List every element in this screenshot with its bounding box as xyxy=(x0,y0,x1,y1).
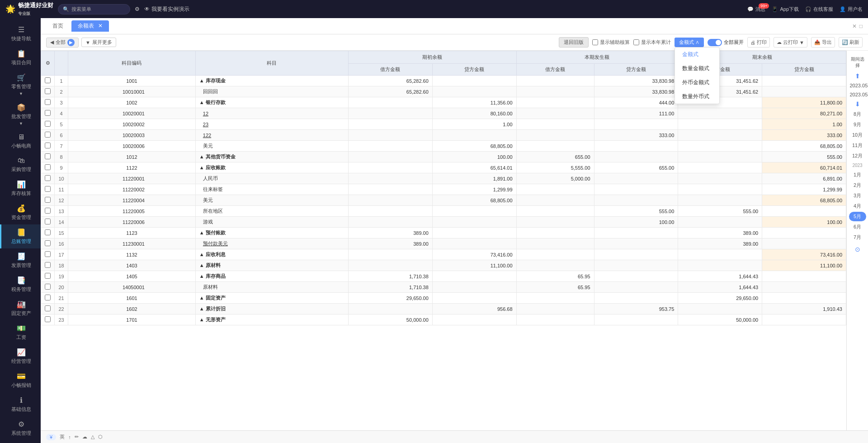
currency-status[interactable]: ¥ xyxy=(46,434,56,440)
message-btn[interactable]: 💬 消息 99+ xyxy=(747,6,765,13)
row-checkbox[interactable] xyxy=(41,86,55,97)
search-bar[interactable]: 🔍 搜索菜单 xyxy=(58,4,130,14)
row-checkbox[interactable] xyxy=(41,260,55,271)
app-download-btn[interactable]: 📱 App下载 xyxy=(772,6,799,13)
show-year-cumul-label[interactable]: 显示本年累计 xyxy=(633,39,671,46)
row-checkbox[interactable] xyxy=(41,97,55,108)
sidebar-item-enterprise-coop[interactable]: 🤝 企业协同 xyxy=(0,440,41,443)
period-nav-down[interactable]: ⬇ xyxy=(854,100,861,109)
sidebar-item-system-mgmt[interactable]: ⚙ 系统管理 xyxy=(0,416,41,440)
period-item-8[interactable]: 8月 xyxy=(849,110,866,119)
breadcrumb-tag[interactable]: ◀ 全部 ▶ xyxy=(46,38,79,48)
row-checkbox[interactable] xyxy=(41,206,55,217)
cloud-print-icon: ☁ xyxy=(777,39,782,45)
show-year-cumul-checkbox[interactable] xyxy=(633,39,639,45)
account-code: 10020001 xyxy=(68,108,196,119)
row-checkbox[interactable] xyxy=(41,217,55,228)
row-checkbox[interactable] xyxy=(41,162,55,173)
sidebar-item-wholesale-mgmt[interactable]: 📦 批发管理 ▼ xyxy=(0,100,41,129)
cloud-print-btn[interactable]: ☁ 云打印 ▼ xyxy=(774,37,807,48)
sidebar-item-operations-mgmt[interactable]: 📈 经营管理 xyxy=(0,344,41,368)
sidebar-item-purchase-mgmt[interactable]: 🛍 采购管理 xyxy=(0,153,41,176)
breadcrumb-label: 全部 xyxy=(56,39,66,46)
row-checkbox[interactable] xyxy=(41,238,55,249)
sidebar-item-tax-mgmt[interactable]: 📑 税务管理 xyxy=(0,272,41,296)
row-checkbox[interactable] xyxy=(41,249,55,260)
sidebar-item-inventory-check[interactable]: 📊 库存核算 xyxy=(0,176,41,200)
row-checkbox[interactable] xyxy=(41,314,55,325)
row-checkbox[interactable] xyxy=(41,293,55,304)
top-settings-icon[interactable]: ⚙ xyxy=(135,6,140,12)
curr-debit xyxy=(516,217,594,228)
tab-home[interactable]: 首页 xyxy=(46,20,70,32)
row-checkbox[interactable] xyxy=(41,304,55,314)
period-item-6[interactable]: 6月 xyxy=(849,222,866,232)
sidebar-item-project-contract[interactable]: 📋 项目合同 xyxy=(0,46,41,70)
settings-header[interactable]: ⚙ xyxy=(41,51,55,76)
user-avatar[interactable]: 👤 用户名 xyxy=(840,6,863,13)
row-checkbox[interactable] xyxy=(41,195,55,206)
settings-gear-icon[interactable]: ⚙ xyxy=(46,60,50,66)
period-nav-up[interactable]: ⬆ xyxy=(854,71,861,81)
sidebar-item-capital-mgmt[interactable]: 💰 资金管理 xyxy=(0,200,41,224)
row-checkbox[interactable] xyxy=(41,184,55,195)
row-checkbox[interactable] xyxy=(41,108,55,119)
lang-status[interactable]: 英 xyxy=(60,433,65,440)
period-item-10[interactable]: 10月 xyxy=(849,130,866,140)
curr-debit xyxy=(516,293,594,304)
sidebar-item-small-sales[interactable]: 💳 小畅报销 xyxy=(0,368,41,392)
show-auxiliary-label[interactable]: 显示辅助核算 xyxy=(592,39,630,46)
period-item-11[interactable]: 11月 xyxy=(849,141,866,150)
window-minimize-btn[interactable]: □ xyxy=(859,23,863,29)
window-close-btn[interactable]: ✕ xyxy=(852,23,857,29)
period-item-1[interactable]: 1月 xyxy=(849,170,866,180)
dropdown-item-qty-foreign[interactable]: 数量外币式 xyxy=(675,90,719,104)
demo-btn[interactable]: 👁 我要看实例演示 xyxy=(144,5,189,13)
sidebar-item-fixed-assets[interactable]: 🏭 固定资产 xyxy=(0,296,41,320)
period-item-12[interactable]: 12月 xyxy=(849,151,866,161)
show-auxiliary-checkbox[interactable] xyxy=(592,39,598,45)
period-item-2023-05-start[interactable]: 2023.05 xyxy=(849,81,866,90)
edit-status[interactable]: ✏ xyxy=(75,434,79,440)
tab-close-icon[interactable]: ✕ xyxy=(98,23,103,29)
expand-more-btn[interactable]: ▼ 展开更多 xyxy=(81,38,116,47)
period-item-2[interactable]: 2月 xyxy=(849,181,866,190)
row-checkbox[interactable] xyxy=(41,282,55,293)
dropdown-item-qty-amount[interactable]: 数量金额式 xyxy=(675,62,719,76)
row-checkbox[interactable] xyxy=(41,119,55,130)
row-checkbox[interactable] xyxy=(41,130,55,141)
online-service-btn[interactable]: 🎧 在线客服 xyxy=(805,6,833,13)
period-item-3[interactable]: 3月 xyxy=(849,191,866,200)
row-checkbox[interactable] xyxy=(41,173,55,184)
account-code-header: 科目编码 xyxy=(68,51,196,76)
row-checkbox[interactable] xyxy=(41,141,55,152)
tab-balance-sheet[interactable]: 余额表 ✕ xyxy=(71,20,109,32)
period-item-5[interactable]: 5月 xyxy=(849,212,866,221)
period-collapse-btn[interactable]: ⊙ xyxy=(854,245,861,254)
all-expand-toggle[interactable]: 全部展开 xyxy=(708,39,744,46)
period-item-4[interactable]: 4月 xyxy=(849,201,866,211)
row-checkbox[interactable] xyxy=(41,152,55,162)
dropdown-item-foreign-amount[interactable]: 外币金额式 xyxy=(675,76,719,90)
row-checkbox[interactable] xyxy=(41,76,55,86)
sidebar-item-quick-nav[interactable]: ☰ 快捷导航 xyxy=(0,22,41,46)
sidebar-item-label: 批发管理 xyxy=(11,113,31,120)
row-checkbox[interactable] xyxy=(41,271,55,282)
print-btn[interactable]: 🖨 打印 xyxy=(747,37,770,48)
row-checkbox[interactable] xyxy=(41,228,55,238)
sidebar-item-basic-info[interactable]: ℹ 基础信息 xyxy=(0,392,41,416)
return-old-btn[interactable]: 退回旧版 xyxy=(559,37,589,48)
curr-debit xyxy=(516,314,594,325)
period-item-2023-05-end[interactable]: 2023.05 xyxy=(849,91,866,99)
dropdown-item-amount[interactable]: 金额式 xyxy=(675,48,719,62)
period-item-7[interactable]: 7月 xyxy=(849,233,866,242)
sidebar-item-invoice-mgmt[interactable]: 🧾 发票管理 xyxy=(0,248,41,272)
export-btn[interactable]: 📤 导出 xyxy=(811,37,835,48)
amount-style-btn[interactable]: 金额式 ∧ xyxy=(675,38,704,47)
sidebar-item-small-ecom[interactable]: 🖥 小畅电商 xyxy=(0,129,41,153)
sidebar-item-retail-mgmt[interactable]: 🛒 零售管理 ▼ xyxy=(0,70,41,100)
refresh-btn[interactable]: 🔄 刷新 xyxy=(839,37,863,48)
period-item-9[interactable]: 9月 xyxy=(849,120,866,129)
sidebar-item-salary[interactable]: 💵 工资 xyxy=(0,320,41,344)
sidebar-item-general-ledger[interactable]: 📒 总账管理 xyxy=(0,224,41,248)
